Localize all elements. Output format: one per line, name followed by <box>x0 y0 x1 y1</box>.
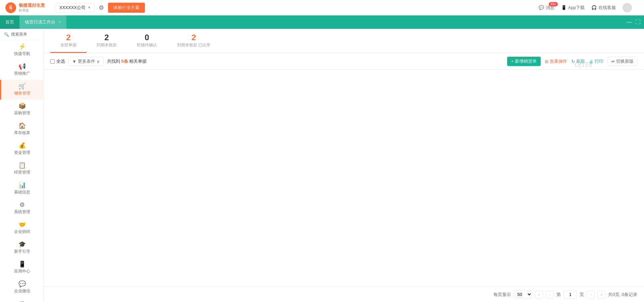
tab-bar: 首页 钱货日清工作台 × — ⛶ <box>0 15 644 29</box>
stat-tab-overdue-unpaid[interactable]: 2 到期未收款 <box>87 29 127 53</box>
app-download-label: App下载 <box>568 5 585 11</box>
company-selector[interactable]: XXXXXX公司 ▼ <box>56 3 95 12</box>
page-number-input[interactable] <box>564 291 577 299</box>
found-text: 共找到 0条 相关单据 <box>107 58 147 64</box>
user-avatar[interactable] <box>623 3 632 12</box>
sidebar-item-guide[interactable]: 🎓 新手引导 <box>0 238 43 258</box>
base-info-icon: 📊 <box>18 182 26 188</box>
tab-home[interactable]: 首页 <box>0 15 19 29</box>
stat-pending-number: 0 <box>145 33 149 42</box>
sidebar-item-system[interactable]: ⚙ 系统管理 <box>0 198 43 218</box>
base-info-label: 基础信息 <box>14 189 30 195</box>
found-count: 0条 <box>121 59 128 64</box>
system-label: 系统管理 <box>14 209 30 215</box>
sidebar-item-operations[interactable]: 📋 经营管理 <box>0 159 43 179</box>
add-sales-btn[interactable]: + 新增销货单 <box>507 57 541 66</box>
page-size-select[interactable]: 50 100 200 <box>514 291 532 298</box>
total-info: 共0页, 0条记录 <box>608 292 637 298</box>
tab-minimize-icon[interactable]: — <box>627 19 632 25</box>
sidebar-item-quick-nav[interactable]: ⚡ 快捷导航 <box>0 40 43 60</box>
stat-overdue-label: 到期未收款 <box>97 42 117 48</box>
wechat-icon: 💬 <box>18 281 26 287</box>
logo-area: 6 畅捷通好生意 标准版 <box>5 2 45 13</box>
sidebar-item-wechat[interactable]: 💬 企业微信 <box>0 278 43 297</box>
page-label: 第 <box>556 292 561 298</box>
company-dropdown-arrow: ▼ <box>88 6 91 9</box>
sidebar-item-member[interactable]: V 畅会员 <box>0 297 43 302</box>
stat-all-number: 2 <box>66 33 70 42</box>
experience-btn[interactable]: 体验行业方案 <box>108 3 145 13</box>
stat-tab-pending-confirm[interactable]: 0 旺辅待确认 <box>127 29 167 53</box>
guide-icon: 🎓 <box>18 241 26 247</box>
sidebar-item-finance[interactable]: 💰 资金管理 <box>0 139 43 159</box>
tab-money-daily[interactable]: 钱货日清工作台 × <box>19 15 66 29</box>
tab-money-daily-label: 钱货日清工作台 <box>25 19 55 25</box>
toolbar-left: 全选 ▼ 更多条件 ∨ 共找到 0条 相关单据 <box>50 57 504 66</box>
print-btn[interactable]: 🖨 打印 <box>589 58 603 64</box>
inventory-label: 库存核算 <box>14 130 30 136</box>
stat-tab-overdue-out[interactable]: 2 到期未收款 已出库 <box>167 29 220 53</box>
sales-icon: 🛒 <box>18 83 26 89</box>
sidebar-item-app-center[interactable]: 📱 应用中心 <box>0 258 43 278</box>
sidebar-item-marketing[interactable]: 📢 营销推广 <box>0 60 43 80</box>
stat-out-number: 2 <box>192 33 196 42</box>
messages-btn[interactable]: 💬 消息 99+ <box>539 5 554 11</box>
filter-arrow: ∨ <box>97 59 100 64</box>
logo-main: 畅捷通好生意 <box>19 3 45 8</box>
page-next-btn[interactable]: › <box>587 291 595 299</box>
batch-label: 批量操作 <box>550 58 567 64</box>
page-last-btn[interactable]: » <box>597 291 605 299</box>
found-prefix: 共找到 <box>107 59 120 64</box>
tab-bar-actions: — ⛶ <box>627 19 644 25</box>
page-first-btn[interactable]: « <box>535 291 543 299</box>
main-layout: 🔍 搜索菜单 ⚡ 快捷导航 📢 营销推广 🛒 销售管理 📦 采购管理 🏠 库存核… <box>0 29 644 302</box>
select-all-checkbox[interactable]: 全选 <box>50 58 65 64</box>
filter-btn[interactable]: ▼ 更多条件 ∨ <box>68 57 104 66</box>
select-all-input[interactable] <box>50 59 55 64</box>
marketing-icon: 📢 <box>18 63 26 69</box>
purchase-label: 采购管理 <box>14 110 30 116</box>
stat-all-label: 全部单据 <box>60 42 76 48</box>
pagination: 每页显示 50 100 200 « ‹ 第 页 › » 共0页, 0条记录 <box>44 287 644 302</box>
purchase-icon: 📦 <box>18 103 26 109</box>
table-area <box>44 70 644 287</box>
sidebar-item-sales[interactable]: 🛒 销售管理 <box>0 80 43 100</box>
top-header: 6 畅捷通好生意 标准版 XXXXXX公司 ▼ ⚙ 体验行业方案 💬 消息 99… <box>0 0 644 15</box>
online-service-btn[interactable]: 🎧 在线客服 <box>591 5 616 11</box>
app-center-label: 应用中心 <box>14 268 30 274</box>
system-icon: ⚙ <box>19 202 25 208</box>
cooperation-icon: 🤝 <box>18 222 26 228</box>
sidebar-item-base-info[interactable]: 📊 基础信息 <box>0 179 43 198</box>
header-right: 💬 消息 99+ 📱 App下载 🎧 在线客服 <box>539 3 639 12</box>
operations-icon: 📋 <box>18 162 26 168</box>
sidebar-item-inventory[interactable]: 🏠 库存核算 <box>0 119 43 139</box>
stat-tab-all[interactable]: 2 全部单据 <box>50 29 87 53</box>
tab-close-icon[interactable]: × <box>59 20 61 24</box>
refresh-icon: ↻ <box>571 59 575 64</box>
sidebar-item-cooperation[interactable]: 🤝 企业协同 <box>0 218 43 238</box>
sidebar-search[interactable]: 🔍 搜索菜单 <box>0 29 43 40</box>
switch-icon: ⇌ <box>611 59 615 64</box>
print-label: 打印 <box>595 58 603 64</box>
quick-nav-icon: ⚡ <box>18 44 26 50</box>
switch-version-btn[interactable]: ⇌ 切换新版 <box>607 57 637 66</box>
switch-label: 切换新版 <box>616 58 634 64</box>
app-download-btn[interactable]: 📱 App下载 <box>561 5 585 11</box>
tab-maximize-icon[interactable]: ⛶ <box>635 19 641 25</box>
page-prev-btn[interactable]: ‹ <box>546 291 554 299</box>
app-center-icon: 📱 <box>18 261 26 267</box>
operations-label: 经营管理 <box>14 170 30 175</box>
filter-label: 更多条件 <box>78 58 95 64</box>
page-suffix: 页 <box>580 292 584 298</box>
found-suffix: 相关单据 <box>129 59 147 64</box>
wechat-label: 企业微信 <box>14 288 30 294</box>
settings-icon[interactable]: ⚙ <box>99 4 104 11</box>
select-all-label: 全选 <box>56 58 65 64</box>
finance-icon: 💰 <box>18 142 26 148</box>
phone-icon: 📱 <box>561 5 567 10</box>
batch-ops-btn[interactable]: ⊞ 批量操作 <box>545 58 567 64</box>
sidebar-item-purchase[interactable]: 📦 采购管理 <box>0 100 43 119</box>
refresh-btn[interactable]: ↻ 刷新 <box>571 58 585 64</box>
quick-nav-label: 快捷导航 <box>14 51 30 57</box>
tab-home-label: 首页 <box>5 19 14 25</box>
